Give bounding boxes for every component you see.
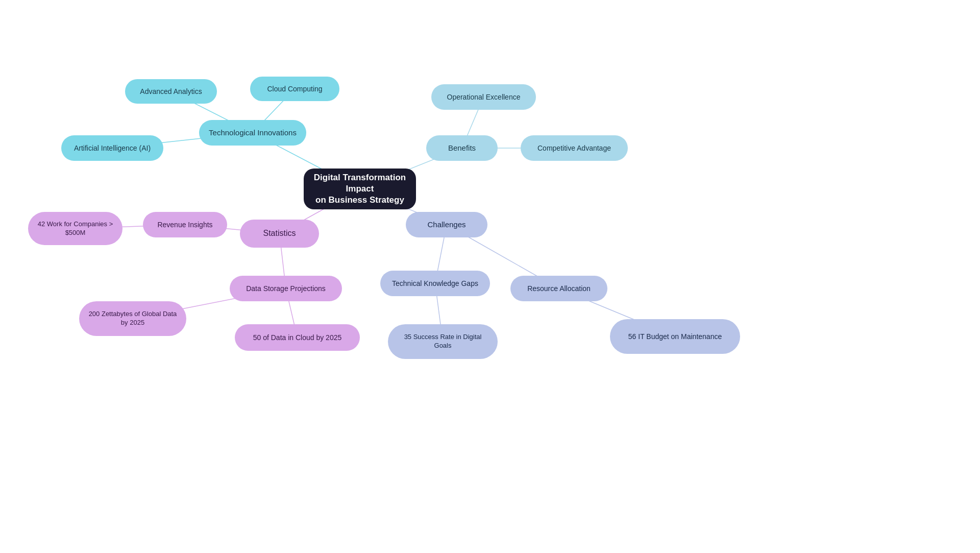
operational-excellence-node[interactable]: Operational Excellence [431,84,536,110]
resource-allocation-node[interactable]: Resource Allocation [510,276,607,301]
cloud-computing-label: Cloud Computing [267,84,322,93]
data-storage-node[interactable]: Data Storage Projections [230,276,342,301]
advanced-analytics-label: Advanced Analytics [140,87,202,96]
success-rate-node[interactable]: 35 Success Rate in Digital Goals [388,324,498,359]
center-node[interactable]: Digital Transformation Impact on Busines… [304,169,416,209]
ai-node[interactable]: Artificial Intelligence (AI) [61,135,163,161]
tech-knowledge-label: Technical Knowledge Gaps [392,279,478,288]
tech-knowledge-node[interactable]: Technical Knowledge Gaps [380,271,490,296]
success-rate-label: 35 Success Rate in Digital Goals [399,333,487,350]
benefits-node[interactable]: Benefits [426,135,498,161]
work-companies-node[interactable]: 42 Work for Companies > $500M [28,212,122,245]
center-label: Digital Transformation Impact on Busines… [304,172,416,206]
benefits-label: Benefits [448,143,476,153]
cloud-2025-node[interactable]: 50 of Data in Cloud by 2025 [235,324,360,351]
competitive-advantage-label: Competitive Advantage [537,143,611,153]
competitive-advantage-node[interactable]: Competitive Advantage [521,135,628,161]
statistics-label: Statistics [263,228,296,239]
tech-innovations-node[interactable]: Technological Innovations [199,120,306,146]
data-storage-label: Data Storage Projections [246,284,326,293]
resource-allocation-label: Resource Allocation [527,284,591,293]
work-companies-label: 42 Work for Companies > $500M [33,220,118,237]
cloud-computing-node[interactable]: Cloud Computing [250,77,339,101]
it-budget-label: 56 IT Budget on Maintenance [623,332,727,341]
zettabytes-label: 200 Zettabytes of Global Data by 2025 [84,310,182,327]
advanced-analytics-node[interactable]: Advanced Analytics [125,79,217,104]
challenges-label: Challenges [427,220,465,230]
operational-excellence-label: Operational Excellence [447,92,521,102]
revenue-insights-node[interactable]: Revenue Insights [143,212,227,237]
statistics-node[interactable]: Statistics [240,220,319,248]
tech-innovations-label: Technological Innovations [204,128,302,138]
revenue-insights-label: Revenue Insights [157,220,212,229]
zettabytes-node[interactable]: 200 Zettabytes of Global Data by 2025 [79,301,186,336]
ai-label: Artificial Intelligence (AI) [74,143,151,153]
it-budget-node[interactable]: 56 IT Budget on Maintenance [610,319,740,354]
cloud-2025-label: 50 of Data in Cloud by 2025 [253,333,342,342]
challenges-node[interactable]: Challenges [406,212,487,237]
